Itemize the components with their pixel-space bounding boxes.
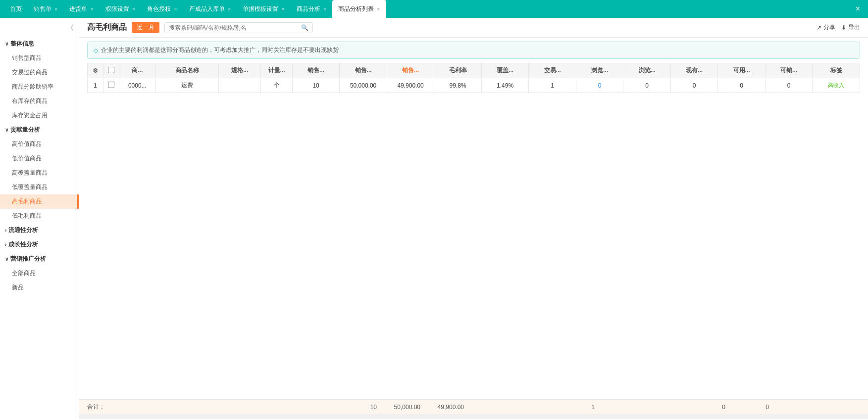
sidebar-group-overall-items: 销售型商品 交易过的商品 商品分龄助销率 有库存的商品 库存资金占用 bbox=[0, 51, 79, 123]
sidebar-group-marketing-items: 全部商品 新品 bbox=[0, 266, 79, 295]
main-area: 《 ∨ 整体信息 销售型商品 交易过的商品 商品分龄助销率 有库存的商品 库存资… bbox=[0, 18, 868, 419]
window-close-button[interactable]: × bbox=[852, 4, 864, 13]
col-check[interactable] bbox=[103, 63, 119, 78]
col-product-name-header[interactable]: 商品名称 bbox=[155, 63, 218, 78]
row-coverage: 1.49% bbox=[481, 78, 529, 93]
footer-sales3: 49,900.00 bbox=[428, 404, 468, 411]
row-name[interactable]: 运费 bbox=[155, 78, 218, 93]
sidebar-header: 《 bbox=[0, 20, 79, 37]
row-sales1: 10 bbox=[292, 78, 340, 93]
row-check[interactable] bbox=[103, 78, 119, 93]
sidebar-item-low-value[interactable]: 低价值商品 bbox=[0, 151, 79, 166]
tab-permission[interactable]: 权限设置 × bbox=[100, 0, 141, 18]
col-sales3-header[interactable]: 销售... bbox=[387, 63, 434, 78]
tag-label: 高收入 bbox=[828, 82, 844, 88]
sidebar-item-age-rate[interactable]: 商品分龄助销率 bbox=[0, 80, 79, 94]
close-icon[interactable]: × bbox=[228, 6, 231, 12]
tab-role[interactable]: 角色授权 × bbox=[141, 0, 183, 18]
close-icon[interactable]: × bbox=[377, 6, 380, 12]
tab-analysis[interactable]: 商品分析 × bbox=[291, 0, 332, 18]
col-current-header[interactable]: 现有... bbox=[670, 63, 718, 78]
close-icon[interactable]: × bbox=[174, 6, 177, 12]
row-sales3: 49,900.00 bbox=[387, 78, 434, 93]
sidebar: 《 ∨ 整体信息 销售型商品 交易过的商品 商品分龄助销率 有库存的商品 库存资… bbox=[0, 18, 79, 419]
row-code[interactable]: 0000... bbox=[119, 78, 155, 93]
sidebar-item-all-products[interactable]: 全部商品 bbox=[0, 266, 79, 280]
footer-total-label: 合计： bbox=[87, 403, 107, 411]
col-spec-header[interactable]: 规格... bbox=[219, 63, 261, 78]
row-tag: 高收入 bbox=[813, 78, 860, 93]
chevron-down-icon: ∨ bbox=[5, 41, 8, 47]
export-button[interactable]: ⬇ 导出 bbox=[841, 23, 860, 32]
sidebar-group-growth[interactable]: › 成长性分析 bbox=[0, 237, 79, 252]
close-icon[interactable]: × bbox=[132, 6, 135, 12]
table-footer: 合计： 10 50,000.00 49,900.00 1 0 0 bbox=[79, 399, 868, 414]
tab-template[interactable]: 单据模板设置 × bbox=[237, 0, 290, 18]
sidebar-group-contribution[interactable]: ∨ 贡献量分析 bbox=[0, 123, 79, 137]
col-product-code-header[interactable]: 商... bbox=[119, 63, 155, 78]
row-unit: 个 bbox=[261, 78, 293, 93]
col-unit-header[interactable]: 计量... bbox=[261, 63, 293, 78]
close-icon[interactable]: × bbox=[54, 6, 57, 12]
table-wrapper: ⚙ 商... 商品名称 规格... 计量... 销售... 销售... 销售..… bbox=[79, 63, 868, 399]
info-icon: ◇ bbox=[94, 47, 98, 54]
col-sellable-header[interactable]: 可销... bbox=[765, 63, 813, 78]
sidebar-group-flow[interactable]: › 流通性分析 bbox=[0, 223, 79, 237]
close-icon[interactable]: × bbox=[281, 6, 284, 12]
horizontal-scrollbar[interactable] bbox=[79, 414, 868, 419]
top-nav: 首页 销售单 × 进货单 × 权限设置 × 角色授权 × 产成品入库单 × 单据… bbox=[0, 0, 868, 18]
table-body: 1 0000... 运费 个 10 50,000.00 49,900.00 99… bbox=[88, 78, 860, 93]
tab-purchase[interactable]: 进货单 × bbox=[63, 0, 99, 18]
sidebar-item-traded[interactable]: 交易过的商品 bbox=[0, 65, 79, 80]
header-actions: ↗ 分享 ⬇ 导出 bbox=[817, 23, 860, 32]
col-tag-header[interactable]: 标签 bbox=[813, 63, 860, 78]
row-checkbox[interactable] bbox=[108, 82, 114, 88]
table-row: 1 0000... 运费 个 10 50,000.00 49,900.00 99… bbox=[88, 78, 860, 93]
search-icon[interactable]: 🔍 bbox=[301, 24, 308, 31]
search-box: 🔍 bbox=[164, 22, 313, 33]
col-sales2-header[interactable]: 销售... bbox=[340, 63, 387, 78]
page-title: 高毛利商品 bbox=[87, 22, 127, 33]
close-icon[interactable]: × bbox=[90, 6, 93, 12]
tab-analysis-list[interactable]: 商品分析列表 × bbox=[332, 0, 386, 18]
sidebar-item-high-margin[interactable]: 高毛利商品 bbox=[0, 194, 79, 209]
sidebar-group-overall[interactable]: ∨ 整体信息 bbox=[0, 37, 79, 51]
tab-sales[interactable]: 销售单 × bbox=[28, 0, 63, 18]
share-icon: ↗ bbox=[817, 24, 821, 31]
sidebar-item-new-products[interactable]: 新品 bbox=[0, 280, 79, 295]
tab-home[interactable]: 首页 bbox=[4, 0, 28, 18]
col-num: ⚙ bbox=[88, 63, 103, 78]
info-text: 企业的主要的利润都是这部分商品创造的，可考虑加大推广，同时关注库存是不要出现缺货 bbox=[101, 46, 339, 54]
select-all-checkbox[interactable] bbox=[108, 67, 114, 73]
col-browse2-header[interactable]: 浏览... bbox=[623, 63, 671, 78]
col-trade-header[interactable]: 交易... bbox=[529, 63, 576, 78]
row-spec bbox=[219, 78, 261, 93]
chevron-down-icon: ∨ bbox=[5, 127, 8, 133]
col-browse1-header[interactable]: 浏览... bbox=[576, 63, 623, 78]
filter-recent-month-button[interactable]: 近一月 bbox=[132, 22, 159, 33]
col-gross-rate-header[interactable]: 毛利率 bbox=[434, 63, 482, 78]
search-input[interactable] bbox=[169, 24, 301, 31]
sidebar-group-marketing[interactable]: ∨ 营销推广分析 bbox=[0, 252, 79, 266]
row-trade: 1 bbox=[529, 78, 576, 93]
sidebar-item-stock-capital[interactable]: 库存资金占用 bbox=[0, 108, 79, 123]
row-available: 0 bbox=[718, 78, 766, 93]
col-coverage-header[interactable]: 覆盖... bbox=[481, 63, 529, 78]
share-button[interactable]: ↗ 分享 bbox=[817, 23, 835, 32]
chevron-down-icon: ∨ bbox=[5, 256, 8, 262]
col-available-header[interactable]: 可用... bbox=[718, 63, 766, 78]
close-icon[interactable]: × bbox=[323, 6, 326, 12]
sidebar-item-in-stock[interactable]: 有库存的商品 bbox=[0, 94, 79, 108]
sidebar-item-low-margin[interactable]: 低毛利商品 bbox=[0, 209, 79, 223]
row-browse2: 0 bbox=[623, 78, 671, 93]
row-num: 1 bbox=[88, 78, 103, 93]
row-browse1[interactable]: 0 bbox=[576, 78, 623, 93]
sidebar-item-high-value[interactable]: 高价值商品 bbox=[0, 137, 79, 151]
col-sales1-header[interactable]: 销售... bbox=[292, 63, 340, 78]
tab-product-in[interactable]: 产成品入库单 × bbox=[183, 0, 237, 18]
row-gross-rate: 99.8% bbox=[434, 78, 482, 93]
sidebar-item-sales-type[interactable]: 销售型商品 bbox=[0, 51, 79, 65]
sidebar-item-low-coverage[interactable]: 低覆盖量商品 bbox=[0, 180, 79, 194]
sidebar-item-high-coverage[interactable]: 高覆盖量商品 bbox=[0, 166, 79, 180]
sidebar-collapse-button[interactable]: 《 bbox=[67, 24, 74, 33]
